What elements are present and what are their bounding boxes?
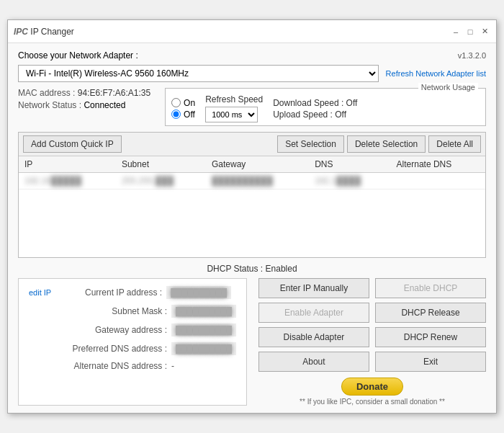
- download-speed-value: Off: [346, 98, 358, 108]
- about-button[interactable]: About: [258, 352, 369, 372]
- cell-subnet: 255.255.███: [116, 173, 206, 189]
- right-panel: Enter IP Manually Enable DHCP Enable Ada…: [258, 278, 486, 406]
- donate-button[interactable]: Donate: [341, 378, 403, 396]
- dhcp-label: DHCP Status :: [207, 264, 263, 274]
- usage-content: On Off Refresh Speed 1000 ms: [171, 94, 480, 122]
- adapter-row: Wi-Fi - Intel(R) Wireless-AC 9560 160MHz…: [18, 65, 486, 82]
- dns-row: Preferred DNS address : ██████████: [29, 342, 236, 355]
- title-bar-controls: – □ ✕: [450, 26, 490, 37]
- version-label: v1.3.2.0: [458, 51, 486, 60]
- mac-line: MAC address : 94:E6:F7:A6:A1:35: [18, 88, 150, 98]
- cell-ip: 192.16█████: [19, 173, 116, 189]
- adapter-label: Choose your Network Adapter :: [18, 50, 138, 61]
- add-custom-ip-button[interactable]: Add Custom Quick IP: [23, 135, 122, 153]
- download-speed-label: Download Speed :: [273, 98, 343, 108]
- table-row[interactable]: 192.16█████ 255.255.███ ██████████ 192.1…: [19, 173, 485, 189]
- alt-dns-label: Alternate DNS address :: [59, 361, 167, 371]
- cell-gateway: ██████████: [206, 173, 309, 189]
- info-left: MAC address : 94:E6:F7:A6:A1:35 Network …: [18, 88, 150, 112]
- network-usage-box: Network Usage On Off: [165, 88, 486, 126]
- close-button[interactable]: ✕: [479, 26, 490, 37]
- table-header: IP Subnet Gateway DNS Alternate DNS: [19, 156, 485, 173]
- donate-note: ** If you like IPC, consider a small don…: [300, 398, 445, 406]
- enable-adapter-button[interactable]: Enable Adapter: [258, 303, 369, 323]
- btn-row-1: Enter IP Manually Enable DHCP: [258, 278, 486, 298]
- speeds-col: Download Speed : Off Upload Speed : Off: [273, 98, 357, 120]
- mac-label: MAC address :: [18, 88, 75, 98]
- radio-off[interactable]: Off: [171, 110, 195, 120]
- col-ip: IP: [19, 156, 116, 173]
- radio-group: On Off: [171, 98, 195, 120]
- gateway-value: ██████████: [171, 323, 236, 336]
- alt-dns-row: Alternate DNS address : -: [29, 361, 236, 371]
- btn-row-2: Enable Adapter DHCP Release: [258, 303, 486, 323]
- gateway-label: Gateway address :: [59, 325, 167, 335]
- delete-selection-button[interactable]: Delete Selection: [347, 135, 426, 153]
- info-network-row: MAC address : 94:E6:F7:A6:A1:35 Network …: [18, 88, 486, 126]
- refresh-speed-select[interactable]: 1000 ms: [205, 107, 258, 122]
- current-ip-row: edit IP Current IP address : ██████████: [29, 286, 236, 299]
- title-ipc: IPC: [14, 27, 28, 37]
- current-ip-label: Current IP address :: [54, 287, 162, 298]
- dns-label: Preferred DNS address :: [59, 344, 167, 354]
- delete-all-button[interactable]: Delete All: [428, 135, 481, 153]
- radio-on-input[interactable]: [171, 98, 181, 107]
- col-gateway: Gateway: [206, 156, 309, 173]
- mac-value: 94:E6:F7:A6:A1:35: [78, 88, 150, 98]
- maximize-button[interactable]: □: [464, 26, 476, 37]
- title-bar: IPC IP Changer – □ ✕: [8, 20, 496, 43]
- table-toolbar: Add Custom Quick IP Set Selection Delete…: [19, 133, 485, 156]
- network-usage-container: Network Usage On Off: [165, 88, 486, 126]
- table-section: Add Custom Quick IP Set Selection Delete…: [18, 132, 486, 258]
- title-text: IP Changer: [30, 27, 74, 37]
- btn-row-3: Disable Adapter DHCP Renew: [258, 327, 486, 347]
- edit-ip-label[interactable]: edit IP: [29, 288, 51, 297]
- subnet-value: ██████████: [171, 305, 236, 318]
- dhcp-value: Enabled: [266, 264, 297, 274]
- dhcp-status-bar: DHCP Status : Enabled: [18, 264, 486, 274]
- window-title: IPC IP Changer: [14, 27, 450, 37]
- upload-speed-label: Upload Speed :: [273, 110, 333, 120]
- radio-on[interactable]: On: [171, 98, 195, 108]
- cell-dns: 192.1████: [309, 173, 390, 189]
- minimize-button[interactable]: –: [450, 26, 462, 37]
- enter-manually-button[interactable]: Enter IP Manually: [258, 278, 369, 298]
- main-content: Choose your Network Adapter : v1.3.2.0 W…: [8, 43, 496, 413]
- radio-off-label: Off: [184, 110, 195, 120]
- exit-button[interactable]: Exit: [375, 352, 486, 372]
- refresh-adapter-link[interactable]: Refresh Network Adapter list: [386, 69, 486, 78]
- main-window: IPC IP Changer – □ ✕ Choose your Network…: [7, 19, 497, 414]
- disable-adapter-button[interactable]: Disable Adapter: [258, 327, 369, 347]
- upload-speed-value: Off: [335, 110, 346, 120]
- col-subnet: Subnet: [116, 156, 206, 173]
- dhcp-renew-button[interactable]: DHCP Renew: [375, 327, 486, 347]
- enable-dhcp-button[interactable]: Enable DHCP: [375, 278, 486, 298]
- download-speed-line: Download Speed : Off: [273, 98, 357, 108]
- radio-off-input[interactable]: [171, 110, 181, 119]
- left-panel: edit IP Current IP address : ██████████ …: [18, 278, 247, 406]
- upload-speed-line: Upload Speed : Off: [273, 110, 357, 120]
- ip-table: IP Subnet Gateway DNS Alternate DNS 192.…: [19, 156, 485, 189]
- col-alt-dns: Alternate DNS: [391, 156, 485, 173]
- refresh-speed-col: Refresh Speed 1000 ms: [205, 94, 263, 122]
- alt-dns-value: -: [171, 361, 174, 371]
- subnet-label: Subnet Mask :: [59, 306, 167, 316]
- donate-area: Donate ** If you like IPC, consider a sm…: [258, 378, 486, 406]
- current-ip-value: ██████████: [166, 286, 231, 299]
- status-line: Network Status : Connected: [18, 100, 150, 110]
- cell-alt-dns: [391, 173, 485, 189]
- dhcp-release-button[interactable]: DHCP Release: [375, 303, 486, 323]
- refresh-speed-label: Refresh Speed: [205, 94, 263, 104]
- gateway-row: Gateway address : ██████████: [29, 323, 236, 336]
- col-dns: DNS: [309, 156, 390, 173]
- bottom-section: edit IP Current IP address : ██████████ …: [18, 278, 486, 406]
- table-body-wrapper: IP Subnet Gateway DNS Alternate DNS 192.…: [19, 156, 485, 257]
- network-status-label: Network Status :: [18, 100, 81, 110]
- set-selection-button[interactable]: Set Selection: [277, 135, 344, 153]
- table-body: 192.16█████ 255.255.███ ██████████ 192.1…: [19, 173, 485, 189]
- network-status-value: Connected: [84, 100, 125, 110]
- adapter-select[interactable]: Wi-Fi - Intel(R) Wireless-AC 9560 160MHz: [18, 65, 379, 82]
- dns-value: ██████████: [171, 342, 236, 355]
- radio-on-label: On: [184, 98, 195, 108]
- top-row: Choose your Network Adapter : v1.3.2.0: [18, 50, 486, 61]
